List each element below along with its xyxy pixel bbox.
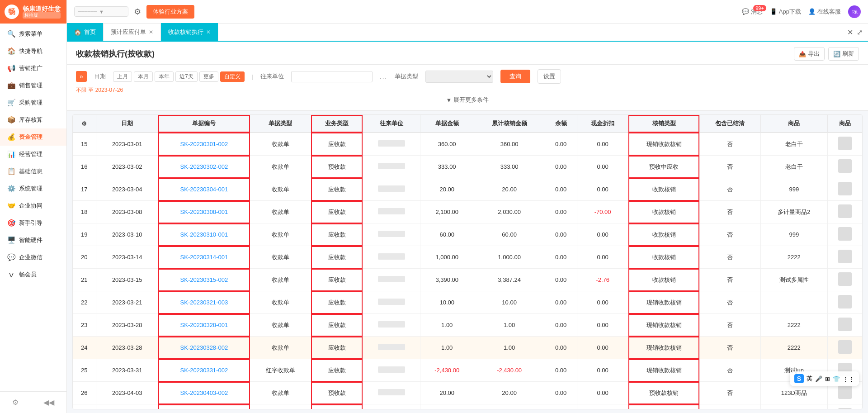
col-biz-type[interactable]: 业务类型 <box>311 115 363 133</box>
sidebar-item-search[interactable]: 🔍搜索菜单 <box>0 25 66 43</box>
sidebar-item-hardware[interactable]: 🖥️智能硬件 <box>0 232 66 249</box>
partner-blurred <box>378 208 405 214</box>
bill-no-link[interactable]: SK-20230310-001 <box>180 231 228 238</box>
sidebar-nav: 🔍搜索菜单🏠快捷导航📢营销推广💼销售管理🛒采购管理📦库存核算💰资金管理📊经营管理… <box>0 24 66 391</box>
bill-no-link[interactable]: SK-20230302-002 <box>180 163 228 170</box>
cell-balance: 0.00 <box>545 133 577 156</box>
sidebar-item-marketing[interactable]: 📢营销推广 <box>0 60 66 77</box>
col-bill-type[interactable]: 单据类型 <box>250 115 311 133</box>
solution-button[interactable]: 体验行业方案 <box>146 5 194 19</box>
cell-cash-discount: 0.00 <box>577 133 628 156</box>
scheme-dropdown[interactable]: ━━━━━━ ▼ <box>74 6 128 17</box>
cell-include-settled: 否 <box>699 291 760 314</box>
cell-bill-type: 收款单 <box>250 246 311 269</box>
user-avatar[interactable]: Rit <box>848 5 861 18</box>
tab-expand-button[interactable]: ⤢ <box>857 28 863 37</box>
col-product[interactable]: 商品 <box>761 115 827 133</box>
sidebar-label-quicknav: 快捷导航 <box>19 47 42 55</box>
col-date[interactable]: 日期 <box>96 115 158 133</box>
tab-home-label: 首页 <box>84 28 96 36</box>
sidebar-item-quicknav[interactable]: 🏠快捷导航 <box>0 43 66 60</box>
bill-no-link[interactable]: SK-20230304-001 <box>180 186 228 193</box>
cell-bill-type: 收款单 <box>250 133 311 156</box>
date-last-month[interactable]: 上月 <box>113 71 132 82</box>
receipt-type-select[interactable] <box>425 71 493 83</box>
col-product-thumb[interactable]: 商品 <box>827 115 862 133</box>
sidebar-item-enterprise[interactable]: 🤝企业协同 <box>0 197 66 214</box>
date-more[interactable]: 更多 <box>199 71 218 82</box>
bill-no-link[interactable]: SK-20230315-002 <box>180 276 228 283</box>
sales-icon: 💼 <box>7 81 15 90</box>
messages-button[interactable]: 💬 消息 99+ <box>742 8 763 16</box>
col-cash-discount[interactable]: 现金折扣 <box>577 115 628 133</box>
settings-gear-icon[interactable]: ⚙ <box>9 395 21 409</box>
col-bill-no[interactable]: 单据编号 <box>158 115 250 133</box>
col-amount[interactable]: 单据金额 <box>420 115 474 133</box>
sidebar-item-basic[interactable]: 📋基础信息 <box>0 163 66 180</box>
collapse-icon[interactable]: ◀◀ <box>41 395 57 409</box>
cell-cumulative: 1.00 <box>474 337 545 359</box>
bill-no-link[interactable]: SK-20230328-001 <box>180 322 228 328</box>
data-table: ⚙ 日期 单据编号 单据类型 业务类型 往来单位 单据金额 累计核销金额 余额 … <box>73 115 862 409</box>
col-partner[interactable]: 往来单位 <box>363 115 420 133</box>
sidebar-item-guide[interactable]: 🎯新手引导 <box>0 214 66 232</box>
cell-bill-no: SK-20230328-001 <box>158 314 250 337</box>
tab-close-button[interactable]: ✕ <box>847 28 853 37</box>
date-custom-button[interactable]: 自定义 <box>220 71 245 82</box>
sidebar-item-inventory[interactable]: 📦库存核算 <box>0 111 66 128</box>
bill-no-link[interactable]: SK-20230308-001 <box>180 209 228 215</box>
home-icon: 🏠 <box>74 29 81 36</box>
bill-no-link[interactable]: SK-20230314-001 <box>180 254 228 261</box>
cell-product-thumb <box>827 178 862 201</box>
cell-bill-type: 收款单 <box>250 291 311 314</box>
filter-toggle-button[interactable]: » <box>76 71 87 82</box>
date-this-year[interactable]: 本年 <box>155 71 174 82</box>
settings-icon[interactable]: ⚙ <box>134 7 141 17</box>
date-this-month[interactable]: 本月 <box>134 71 153 82</box>
cell-cumulative: 360.00 <box>474 133 545 156</box>
col-include-settled[interactable]: 包含已结清 <box>699 115 760 133</box>
tab-home[interactable]: 🏠 首页 <box>67 23 104 41</box>
cell-bill-no: SK-20230321-003 <box>158 291 250 314</box>
export-button[interactable]: 📤 导出 <box>794 47 825 61</box>
col-gear[interactable]: ⚙ <box>73 115 96 133</box>
partner-blurred <box>378 299 405 305</box>
cell-cancel-type: 预收中应收 <box>628 156 699 178</box>
cell-cash-discount: 0.00 <box>577 178 628 201</box>
sidebar-item-member[interactable]: V畅会员 <box>0 266 66 283</box>
bill-no-link[interactable]: SK-20230321-003 <box>180 299 228 306</box>
sidebar-label-enterprise: 企业协同 <box>19 202 42 210</box>
sidebar-item-operation[interactable]: 📊经营管理 <box>0 146 66 163</box>
cell-bill-no: SK-20230408-001 <box>158 404 250 410</box>
sidebar-item-sales[interactable]: 💼销售管理 <box>0 77 66 94</box>
cell-date: 2023-03-02 <box>96 156 158 178</box>
online-service-button[interactable]: 👤 在线客服 <box>808 8 841 16</box>
sidebar-item-finance[interactable]: 💰资金管理 <box>0 128 66 146</box>
sidebar-item-system[interactable]: ⚙️系统管理 <box>0 180 66 197</box>
expand-conditions-button[interactable]: ▼ 展开更多条件 <box>446 96 489 104</box>
cell-product-thumb <box>827 246 862 269</box>
sidebar-item-wechat[interactable]: 💬企业微信 <box>0 249 66 266</box>
date-last-7days[interactable]: 近7天 <box>175 71 198 82</box>
sidebar-item-purchase[interactable]: 🛒采购管理 <box>0 94 66 111</box>
bill-no-link[interactable]: SK-20230403-002 <box>180 389 228 396</box>
col-balance[interactable]: 余额 <box>545 115 577 133</box>
col-cumulative[interactable]: 累计核销金额 <box>474 115 545 133</box>
col-cancel-type[interactable]: 核销类型 <box>628 115 699 133</box>
query-button[interactable]: 查询 <box>500 70 530 83</box>
tab-payable[interactable]: 预计应应付单 ✕ <box>104 23 161 41</box>
bill-no-link[interactable]: SK-20230328-002 <box>180 344 228 351</box>
cell-no: 20 <box>73 246 96 269</box>
tab-receipt-close-icon[interactable]: ✕ <box>206 29 211 35</box>
bill-no-link[interactable]: SK-20230331-002 <box>180 367 228 374</box>
refresh-button[interactable]: 🔄 刷新 <box>828 47 859 61</box>
cell-include-settled: 否 <box>699 133 760 156</box>
cell-date: 2023-03-28 <box>96 337 158 359</box>
tab-payable-close-icon[interactable]: ✕ <box>149 29 153 35</box>
bill-no-link[interactable]: SK-20230301-002 <box>180 141 228 147</box>
cell-balance: 0.00 <box>545 201 577 223</box>
app-download-button[interactable]: 📱 App下载 <box>770 8 801 16</box>
filter-settings-button[interactable]: 设置 <box>538 69 561 84</box>
partner-input[interactable] <box>291 71 373 82</box>
tab-receipt[interactable]: 收款核销执行 ✕ <box>161 23 218 41</box>
